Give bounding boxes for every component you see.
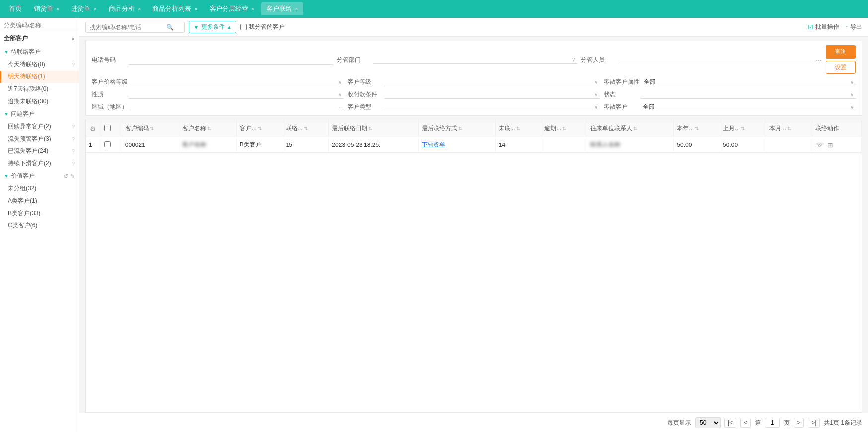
- filter-row-1: 电话号码 分管部门 ∨ 分管人员 ··· 查询 设置: [92, 45, 856, 74]
- sort-this-month-icon[interactable]: ⇅: [787, 126, 791, 131]
- help-icon-5: ?: [72, 161, 75, 167]
- retail-attr-select[interactable]: ∨: [657, 78, 856, 86]
- grid-action-icon[interactable]: ⊞: [827, 141, 833, 149]
- query-button[interactable]: 查询: [826, 45, 856, 59]
- sort-last-month-icon[interactable]: ⇅: [741, 126, 745, 131]
- status-select[interactable]: ∨: [641, 91, 856, 99]
- export-button[interactable]: ↑ 导出: [845, 23, 862, 31]
- customer-level-select[interactable]: ∨: [384, 78, 599, 86]
- row-checkbox[interactable]: [104, 141, 111, 147]
- close-sales-order[interactable]: ×: [56, 6, 59, 12]
- payment-terms-select[interactable]: ∨: [384, 91, 599, 99]
- phone-input[interactable]: [129, 55, 333, 65]
- first-page-button[interactable]: |<: [724, 418, 736, 428]
- group-problem-customers[interactable]: ▼ 问题客户: [0, 108, 79, 120]
- manager-dots-btn[interactable]: ···: [816, 56, 822, 64]
- more-conditions-button[interactable]: ▼ 更多条件 ▲: [189, 21, 236, 33]
- sidebar-search-input[interactable]: [4, 22, 78, 29]
- prev-page-button[interactable]: <: [740, 418, 751, 428]
- sidebar-item-tomorrow-pending[interactable]: 明天待联络(1): [0, 71, 79, 83]
- page-number-input[interactable]: [765, 418, 780, 428]
- sidebar-item-b-class[interactable]: B类客户(33): [0, 207, 79, 219]
- th-code: 客户编码 ⇅: [122, 120, 179, 137]
- price-level-chevron-icon: ∨: [338, 79, 342, 85]
- set-button[interactable]: 设置: [826, 61, 856, 74]
- filter-cell-manager: 分管人员 ···: [581, 56, 822, 64]
- th-last-date: 最后联络日期 ⇅: [329, 120, 419, 137]
- sidebar-item-c-class[interactable]: C类客户(6): [0, 219, 79, 232]
- last-method-link[interactable]: 下销货单: [422, 141, 445, 148]
- cell-overdue: [541, 137, 587, 153]
- nav-customer-contact[interactable]: 客户联络 ×: [261, 2, 303, 15]
- th-last-month: 上月... ⇅: [720, 120, 766, 137]
- sort-last-method-icon[interactable]: ⇅: [458, 126, 462, 131]
- search-icon[interactable]: 🔍: [166, 24, 174, 31]
- close-product-analysis[interactable]: ×: [138, 6, 141, 12]
- sidebar-item-7days-pending[interactable]: 近7天待联络(0): [0, 83, 79, 95]
- sort-no-contact-icon[interactable]: ⇅: [516, 126, 520, 131]
- sort-code-icon[interactable]: ⇅: [150, 126, 154, 131]
- sort-type-icon[interactable]: ⇅: [258, 126, 262, 131]
- th-last-method: 最后联络方式 ⇅: [419, 120, 496, 137]
- last-page-button[interactable]: >|: [808, 418, 820, 428]
- region-dots-btn[interactable]: ···: [338, 103, 344, 111]
- group-value-customers[interactable]: ▼ 价值客户 ↺ ✎: [0, 170, 79, 182]
- refresh-icon[interactable]: ↺: [63, 173, 68, 180]
- sidebar-item-a-class[interactable]: A类客户(1): [0, 195, 79, 207]
- batch-ops-button[interactable]: ☑ 批量操作: [808, 23, 839, 31]
- close-product-analysis-list[interactable]: ×: [194, 6, 197, 12]
- sort-last-date-icon[interactable]: ⇅: [368, 126, 372, 131]
- dept-select[interactable]: ∨: [373, 56, 578, 64]
- search-input[interactable]: [90, 24, 164, 31]
- sidebar-search-area: 🔍: [0, 18, 79, 31]
- customer-type-select[interactable]: ∨: [384, 103, 599, 111]
- sidebar-item-overdue-contact[interactable]: 逾期未联络(30): [0, 95, 79, 108]
- nav-home[interactable]: 首页: [4, 2, 27, 15]
- all-customers-header[interactable]: 全部客户 «: [0, 31, 79, 46]
- filter-cell-customer-level: 客户等级 ∨: [348, 78, 599, 86]
- close-customer-contact[interactable]: ×: [295, 6, 298, 12]
- my-customers-checkbox[interactable]: [240, 24, 247, 30]
- nav-customer-segmentation[interactable]: 客户分层经营 ×: [205, 2, 259, 15]
- gear-icon[interactable]: ⚙: [90, 125, 96, 133]
- sidebar-item-abnormal-repurchase[interactable]: 回购异常客户(2) ?: [0, 120, 79, 133]
- sort-unit-contact-icon[interactable]: ⇅: [633, 126, 637, 131]
- edit-icon[interactable]: ✎: [70, 173, 75, 180]
- per-page-select[interactable]: 50 100 200: [695, 417, 721, 428]
- next-page-button[interactable]: >: [794, 418, 804, 428]
- group-pending-contact[interactable]: ▼ 待联络客户: [0, 46, 79, 58]
- sidebar-item-churn-warning[interactable]: 流失预警客户(3) ?: [0, 133, 79, 145]
- nav-sales-order[interactable]: 销货单 ×: [29, 2, 64, 15]
- my-customers-checkbox-label[interactable]: 我分管的客户: [240, 23, 285, 31]
- cell-action: ☏ ⊞: [812, 137, 861, 153]
- close-purchase-order[interactable]: ×: [93, 6, 96, 12]
- select-all-checkbox[interactable]: [104, 125, 111, 131]
- cell-type: B类客户: [236, 137, 283, 153]
- price-level-select[interactable]: ∨: [130, 78, 344, 86]
- filter-panel: 电话号码 分管部门 ∨ 分管人员 ··· 查询 设置: [85, 41, 862, 116]
- sort-name-icon[interactable]: ⇅: [207, 126, 211, 131]
- pagination-bar: 每页显示 50 100 200 |< < 第 页 > >| 共1页 1条记录: [79, 413, 868, 432]
- sidebar-item-declining[interactable]: 持续下滑客户(2) ?: [0, 157, 79, 170]
- nature-select[interactable]: ∨: [129, 91, 344, 99]
- close-customer-segmentation[interactable]: ×: [251, 6, 254, 12]
- phone-action-icon[interactable]: ☏: [815, 141, 824, 149]
- sidebar-item-ungrouped[interactable]: 未分组(32): [0, 182, 79, 195]
- sort-overdue-icon[interactable]: ⇅: [562, 126, 566, 131]
- cell-no-contact: 14: [495, 137, 541, 153]
- sidebar-item-churned[interactable]: 已流失客户(24) ?: [0, 145, 79, 157]
- nav-product-analysis[interactable]: 商品分析 ×: [104, 2, 145, 15]
- nav-purchase-order[interactable]: 进货单 ×: [66, 2, 101, 15]
- sort-this-year-icon[interactable]: ⇅: [695, 126, 699, 131]
- sort-contacts-icon[interactable]: ⇅: [304, 126, 308, 131]
- nav-product-analysis-list[interactable]: 商品分析列表 ×: [147, 2, 202, 15]
- sidebar-item-today-pending[interactable]: 今天待联络(0) ?: [0, 58, 79, 71]
- filter-icon: ▼: [193, 24, 199, 31]
- filter-cell-price-level: 客户价格等级 ∨: [92, 78, 344, 86]
- th-this-month: 本月... ⇅: [766, 120, 812, 137]
- data-table-area: ⚙ 客户编码 ⇅: [85, 120, 862, 413]
- retail-customer-select[interactable]: ∨: [656, 103, 856, 111]
- filter-cell-status: 状态 ∨: [604, 90, 856, 99]
- export-icon: ↑: [845, 24, 848, 31]
- main-layout: 🔍 全部客户 « ▼ 待联络客户 今天待联络(0) ? 明天待联络(1) 近7天…: [0, 18, 868, 432]
